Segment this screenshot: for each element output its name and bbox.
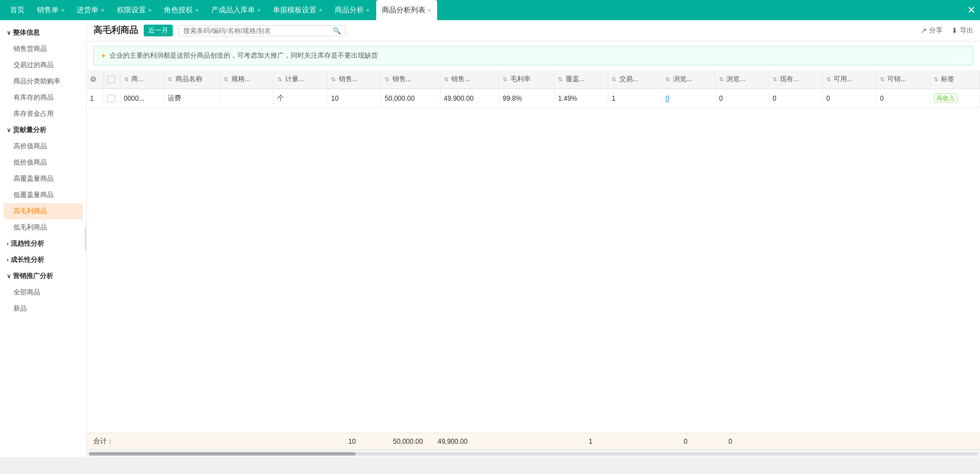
footer-empty1 [479,438,524,445]
sort-icon-stock-current: ⇅ [773,76,777,82]
nav-sales-label: 销售单 [37,5,59,15]
browse1-link[interactable]: 0 [665,95,669,102]
sort-icon-qty: ⇅ [331,76,335,82]
nav-sales-close[interactable]: × [61,7,64,13]
search-input[interactable] [183,27,330,35]
col-margin[interactable]: ⇅ 毛利率 [499,70,555,89]
col-transactions[interactable]: ⇅ 交易... [608,70,662,89]
col-sales-profit[interactable]: ⇅ 销售... [440,70,499,89]
trend-arrow-icon: › [7,241,8,247]
export-button[interactable]: ⬇ 导出 [951,26,973,35]
row-index: 1 [87,89,103,108]
sidebar-item-traded-goods[interactable]: 交易过的商品 [0,57,86,73]
overall-section-label: 整体信息 [13,28,40,37]
sidebar-item-high-coverage[interactable]: 高覆盖量商品 [0,171,86,187]
nav-product-analysis[interactable]: 商品分析 × [329,0,375,20]
row-coverage: 1.49% [555,89,608,108]
data-table: ⚙ ⇅ 商... ⇅ 商品名称 [87,70,980,108]
contribution-section-label: 贡献量分析 [13,125,46,135]
row-unit: 个 [274,89,328,108]
nav-role-close[interactable]: × [195,7,198,13]
nav-analysis-close[interactable]: × [366,7,370,13]
sidebar-item-all-goods[interactable]: 全部商品 [0,284,86,301]
nav-permission[interactable]: 权限设置 × [111,0,157,20]
window-close-button[interactable]: ✕ [967,4,976,16]
col-sales-amount[interactable]: ⇅ 销售... [381,70,441,89]
nav-product-storage[interactable]: 产成品入库单 × [206,0,266,20]
footer-empty2 [524,438,569,445]
col-browse2[interactable]: ⇅ 浏览... [716,70,769,89]
row-stock-current: 0 [769,89,823,108]
search-icon[interactable]: 🔍 [333,27,341,35]
nav-analysis-list-close[interactable]: × [428,7,431,13]
col-spec[interactable]: ⇅ 规格... [220,70,274,89]
scrollbar-thumb[interactable] [89,452,356,456]
col-coverage[interactable]: ⇅ 覆盖... [555,70,608,89]
col-checkbox [103,70,120,89]
nav-permission-label: 权限设置 [117,5,146,15]
row-transactions: 1 [608,89,662,108]
row-select-checkbox[interactable] [107,95,115,102]
col-gear: ⚙ [87,70,103,89]
nav-home-label: 首页 [10,5,25,15]
row-stock-saleable: 0 [876,89,930,108]
share-icon: ↗ [921,26,927,35]
nav-template[interactable]: 单据模板设置 × [267,0,328,20]
gear-icon[interactable]: ⚙ [90,75,97,83]
sidebar-section-contribution[interactable]: ∨ 贡献量分析 [0,122,86,138]
sidebar-item-high-margin[interactable]: 高毛利商品 [3,203,83,219]
sort-icon-margin: ⇅ [503,76,507,82]
top-navigation: 首页 销售单 × 进货单 × 权限设置 × 角色授权 × 产成品入库单 × 单据… [0,0,980,20]
footer-total: 合计： 10 50,000.00 49,900.00 1 0 0 [87,433,980,449]
row-browse1[interactable]: 0 [662,89,716,108]
nav-sales-order[interactable]: 销售单 × [31,0,70,20]
sidebar-item-in-stock[interactable]: 有库存的商品 [0,90,86,106]
nav-purchase-close[interactable]: × [101,7,104,13]
nav-role-label: 角色授权 [164,5,193,15]
select-all-checkbox[interactable] [107,76,115,83]
footer-values: 10 50,000.00 49,900.00 1 0 0 [172,438,973,445]
sidebar-item-low-margin[interactable]: 低毛利商品 [0,219,86,236]
sidebar-section-trend[interactable]: › 流趋性分析 [0,236,86,252]
sidebar-item-category-rate[interactable]: 商品分类助购率 [0,73,86,90]
col-name[interactable]: ⇅ 商品名称 [164,70,220,89]
footer-transactions: 1 [585,438,630,445]
sidebar-section-marketing[interactable]: ∨ 营销推广分析 [0,268,86,284]
col-unit[interactable]: ⇅ 计量... [274,70,328,89]
col-stock-current[interactable]: ⇅ 现有... [769,70,823,89]
col-sales-qty[interactable]: ⇅ 销售... [328,70,381,89]
sidebar-item-high-value[interactable]: 高价值商品 [0,138,86,154]
sidebar-item-stock-capital[interactable]: 库存资金占用 [0,106,86,122]
col-stock-saleable[interactable]: ⇅ 可销... [876,70,930,89]
sort-icon-coverage: ⇅ [558,76,562,82]
info-banner: ✦ 企业的主要的利润都是这部分商品创造的，可考虑加大推广，同时关注库存是不要出现… [93,46,973,65]
share-button[interactable]: ↗ 分享 [921,26,943,35]
tag-badge: 高收入 [934,93,958,102]
sidebar-collapse-button[interactable]: « [85,228,87,250]
sidebar-item-low-coverage[interactable]: 低覆盖量商品 [0,187,86,203]
row-code: 0000... [120,89,164,108]
footer-browse1: 0 [680,438,725,445]
info-banner-text: 企业的主要的利润都是这部分商品创造的，可考虑加大推广，同时关注库存是不要出现缺货 [110,51,378,60]
sidebar-section-overall[interactable]: ∨ 整体信息 [0,25,86,41]
nav-product-analysis-list[interactable]: 商品分析列表 × [376,0,437,20]
col-stock-available[interactable]: ⇅ 可用... [822,70,876,89]
col-tag[interactable]: ⇅ 标签 [930,70,979,89]
nav-product-close[interactable]: × [257,7,261,13]
nav-purchase-order[interactable]: 进货单 × [71,0,110,20]
nav-template-close[interactable]: × [319,7,322,13]
nav-home[interactable]: 首页 [4,0,30,20]
sidebar-item-sales-goods[interactable]: 销售货商品 [0,41,86,57]
col-code[interactable]: ⇅ 商... [120,70,164,89]
nav-role-auth[interactable]: 角色授权 × [158,0,204,20]
table-header-row: ⚙ ⇅ 商... ⇅ 商品名称 [87,70,980,89]
nav-permission-close[interactable]: × [148,7,152,13]
sort-icon-tag: ⇅ [934,76,938,82]
sidebar-section-growth[interactable]: › 成长性分析 [0,252,86,268]
scrollbar-track[interactable] [89,452,978,456]
col-browse1[interactable]: ⇅ 浏览... [662,70,716,89]
sort-icon-spec: ⇅ [224,76,228,82]
time-filter-button[interactable]: 近一月 [144,25,173,36]
sidebar-item-low-value[interactable]: 低价值商品 [0,154,86,171]
sidebar-item-new-goods[interactable]: 新品 [0,301,86,317]
